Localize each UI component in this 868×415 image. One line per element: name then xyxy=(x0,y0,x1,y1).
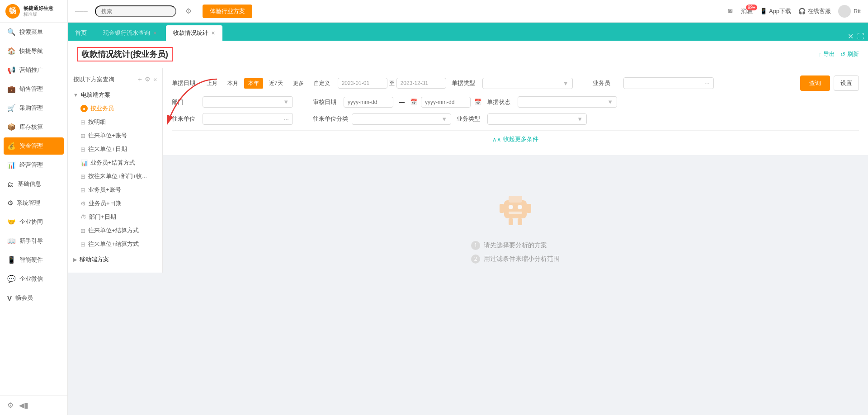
partner-type-select[interactable]: ▼ xyxy=(352,113,451,125)
topbar-settings-icon[interactable]: ⚙ xyxy=(185,7,192,15)
sidebar-item-basic[interactable]: 🗂 基础信息 xyxy=(0,174,67,193)
sidebar-item-member[interactable]: V 畅会员 xyxy=(0,288,67,307)
svg-point-3 xyxy=(509,205,513,209)
tab-receipt-close[interactable]: ✕ xyxy=(211,30,215,36)
review-date-from[interactable] xyxy=(344,97,393,108)
sidebar-item-wechat[interactable]: 💬 企业微信 xyxy=(0,269,67,288)
query-btn[interactable]: 查询 xyxy=(800,75,830,91)
date-range: 至 xyxy=(338,78,446,89)
step-1-text: 请先选择要分析的方案 xyxy=(484,241,547,250)
filter-dept-item: 部门 ▼ xyxy=(172,96,307,108)
tab-home[interactable]: 首页 xyxy=(68,25,94,41)
salesperson-value xyxy=(627,80,629,87)
panel-item-partner-method1[interactable]: ⊞ 往来单位+结算方式 xyxy=(68,224,162,237)
refresh-label: 刷新 xyxy=(847,50,859,58)
shortcut-more[interactable]: 更多 xyxy=(289,78,308,89)
filter-row-3: 往来单位 ··· 往来单位分类 ▼ xyxy=(172,113,859,125)
shortcut-7days[interactable]: 近7天 xyxy=(265,78,287,89)
sidebar-item-funds[interactable]: 💰 资金管理 xyxy=(4,137,64,155)
panel-settings-icon[interactable]: ⚙ xyxy=(145,75,151,84)
shortcut-this-month[interactable]: 本月 xyxy=(223,78,242,89)
filter-doctype-item: 单据类型 ▼ xyxy=(452,78,587,89)
svg-rect-8 xyxy=(509,218,513,225)
mobile-section-title[interactable]: ▶ 移动端方案 xyxy=(68,253,162,266)
search-input[interactable] xyxy=(95,5,176,17)
tab-close-all-btn[interactable]: ✕ xyxy=(848,32,854,41)
export-btn[interactable]: ↑ 导出 xyxy=(819,50,835,58)
tab-bank[interactable]: 现金银行流水查询 ✕ xyxy=(96,25,164,41)
panel-item-salesperson-account[interactable]: ⊞ 业务员+账号 xyxy=(68,183,162,197)
panel-add-icon[interactable]: + xyxy=(138,75,142,84)
footer-settings-icon[interactable]: ⚙ xyxy=(7,401,14,410)
sidebar-item-search[interactable]: 🔍 搜索菜单 xyxy=(0,23,67,42)
panel-item-salesperson-date[interactable]: ⚙ 业务员+日期 xyxy=(68,197,162,210)
panel-item-detail[interactable]: ⊞ 按明细 xyxy=(68,115,162,129)
sidebar-item-system[interactable]: ⚙ 系统管理 xyxy=(0,193,67,212)
dept-select[interactable]: ▼ xyxy=(203,96,293,108)
sidebar-label-hardware: 智能硬件 xyxy=(19,256,43,264)
biztype-select[interactable]: ▼ xyxy=(487,113,587,125)
sidebar-item-stock[interactable]: 📦 库存核算 xyxy=(0,118,67,137)
shortcut-prev-month[interactable]: 上月 xyxy=(203,78,222,89)
review-date-to[interactable] xyxy=(421,97,471,108)
docstatus-select[interactable]: ▼ xyxy=(518,96,617,108)
review-date-to-cal-icon[interactable]: 📅 xyxy=(474,99,481,105)
date-to-input[interactable] xyxy=(396,78,446,89)
sidebar-item-operation[interactable]: 📊 经营管理 xyxy=(0,156,67,174)
sidebar-item-enterprise[interactable]: 🤝 企业协同 xyxy=(0,212,67,231)
message-icon: ✉ xyxy=(728,8,733,14)
partner-method1-icon: ⊞ xyxy=(80,227,85,234)
online-service-btn[interactable]: 🎧 在线客服 xyxy=(798,7,831,15)
panel-item-partner-account[interactable]: ⊞ 往来单位+账号 xyxy=(68,129,162,142)
sidebar: 畅 畅捷通好生意 标准版 🔍 搜索菜单 🏠 快捷导航 📢 营销推广 💼 销售管理… xyxy=(0,0,68,415)
section-label: 电脑端方案 xyxy=(81,91,110,99)
sidebar-label-basic: 基础信息 xyxy=(18,180,41,188)
sidebar-item-hardware[interactable]: 📱 智能硬件 xyxy=(0,250,67,269)
collapse-icon: ∧∧ xyxy=(492,136,501,143)
user-avatar[interactable]: Rit xyxy=(838,5,861,18)
doctype-select[interactable]: ▼ xyxy=(482,78,573,89)
biztype-arrow: ▼ xyxy=(577,116,583,123)
panel-item-salesperson-method[interactable]: 📊 业务员+结算方式 xyxy=(68,156,162,170)
review-date-cal-icon[interactable]: 📅 xyxy=(410,99,417,105)
salesperson-select[interactable]: ··· xyxy=(623,77,714,89)
collapse-btn[interactable]: ∧∧ 收起更多条件 xyxy=(492,135,538,143)
setting-btn[interactable]: 设置 xyxy=(834,75,859,91)
panel-item-salesperson[interactable]: ● 按业务员 xyxy=(68,102,162,115)
panel-item-dept-date[interactable]: ⏱ 部门+日期 xyxy=(68,210,162,224)
tab-bank-close[interactable]: ✕ xyxy=(153,30,157,36)
sidebar-item-guide[interactable]: 📖 新手引导 xyxy=(0,231,67,250)
tabs-bar: 首页 现金银行流水查询 ✕ 收款情况统计 ✕ ✕ ⛶ xyxy=(68,23,868,41)
message-btn[interactable]: ✉ 99+ 消息 xyxy=(728,7,753,15)
panel-item-partner-dept[interactable]: ⊞ 按往来单位+部门+收... xyxy=(68,170,162,183)
shortcut-custom[interactable]: 自定义 xyxy=(310,78,334,89)
desktop-section-title[interactable]: ▼ 电脑端方案 xyxy=(68,88,162,102)
partner-type-label: 往来单位分类 xyxy=(313,115,348,123)
sidebar-item-marketing[interactable]: 📢 营销推广 xyxy=(0,61,67,80)
partner-select[interactable]: ··· xyxy=(203,113,293,125)
sidebar-label-sales: 销售管理 xyxy=(19,85,43,93)
reviewdate-label: 审核日期 xyxy=(313,98,340,106)
shortcut-this-year[interactable]: 本年 xyxy=(244,78,263,89)
date-from-input[interactable] xyxy=(338,78,387,89)
tab-expand-btn[interactable]: ⛶ xyxy=(857,33,864,41)
trial-btn[interactable]: 体验行业方案 xyxy=(203,5,252,18)
sidebar-item-quicknav[interactable]: 🏠 快捷导航 xyxy=(0,42,67,61)
panel-item-partner-date[interactable]: ⊞ 往来单位+日期 xyxy=(68,142,162,156)
panel-item-pm1-label: 往来单位+结算方式 xyxy=(88,226,139,235)
footer-collapse-icon[interactable]: ◀▮ xyxy=(19,401,28,410)
sidebar-item-purchase[interactable]: 🛒 采购管理 xyxy=(0,99,67,118)
panel-item-partner-method2[interactable]: ⊞ 往来单位+结算方式 xyxy=(68,237,162,251)
panel-collapse-icon[interactable]: « xyxy=(153,75,157,84)
refresh-btn[interactable]: ↺ 刷新 xyxy=(840,50,859,58)
salesperson-dots[interactable]: ··· xyxy=(704,80,710,87)
doctype-value xyxy=(486,80,488,87)
tab-receipt[interactable]: 收款情况统计 ✕ xyxy=(166,25,222,41)
sidebar-item-sales[interactable]: 💼 销售管理 xyxy=(0,80,67,99)
page-header: 收款情况统计(按业务员) ↑ 导出 ↺ 刷新 xyxy=(68,41,868,68)
app-download-btn[interactable]: 📱 App下载 xyxy=(760,7,791,15)
sidebar-footer: ⚙ ◀▮ xyxy=(0,395,67,415)
message-badge: 99+ xyxy=(746,5,757,10)
partner-dots[interactable]: ··· xyxy=(283,115,289,123)
marketing-icon: 📢 xyxy=(7,66,16,74)
